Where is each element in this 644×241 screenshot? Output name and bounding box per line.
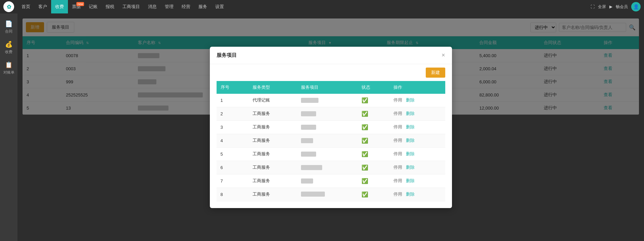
nav-item-home[interactable]: 首页 xyxy=(17,0,34,13)
modal-title: 服务项目 xyxy=(217,52,237,58)
delete-button[interactable]: 删除 xyxy=(406,124,415,129)
delete-button[interactable]: 删除 xyxy=(406,138,415,143)
stop-button[interactable]: 停用 xyxy=(393,111,402,116)
modal-cell-project: ██████ xyxy=(297,161,357,174)
modal-cell-actions: 停用 删除 xyxy=(389,120,445,134)
sidebar-label-duizhang: 对账单 xyxy=(3,70,14,75)
status-check-icon: ✅ xyxy=(362,151,368,157)
contract-icon: 📄 xyxy=(5,20,12,28)
modal-cell-seq: 2 xyxy=(217,107,249,120)
nav-item-shoufei[interactable]: 收费 xyxy=(51,0,68,13)
modal-cell-status: ✅ xyxy=(357,94,389,107)
nav-item-settings[interactable]: 设置 xyxy=(211,0,228,13)
modal-cell-project: ████ xyxy=(297,107,357,120)
service-items-table: 序号 服务类型 服务项目 状态 操作 1 代理记账 ████1 ✅ 停用 xyxy=(217,81,445,201)
delete-button[interactable]: 删除 xyxy=(406,192,415,197)
modal-table-row: 7 工商服务 ███ ✅ 停用 删除 xyxy=(217,174,445,188)
fullscreen-icon[interactable]: ⛶ xyxy=(591,4,595,9)
modal-table-row: 3 工商服务 ████ ✅ 停用 删除 xyxy=(217,120,445,134)
new-badge: new xyxy=(76,2,84,6)
modal-cell-project: ████注册 xyxy=(297,188,357,201)
modal-cell-type: 工商服务 xyxy=(249,147,297,161)
nav-right-area: ⛶ 全屏 ▶ 畅会员 👤 xyxy=(591,2,641,11)
modal-cell-project: ███ xyxy=(297,134,357,147)
modal-new-button[interactable]: 新建 xyxy=(426,68,445,78)
modal-cell-status: ✅ xyxy=(357,161,389,174)
status-check-icon: ✅ xyxy=(362,178,368,184)
modal-cell-seq: 1 xyxy=(217,94,249,107)
modal-cell-actions: 停用 删除 xyxy=(389,107,445,120)
modal-cell-actions: 停用 删除 xyxy=(389,161,445,174)
sidebar-item-contract[interactable]: 📄 合同 xyxy=(0,17,17,37)
modal-col-project: 服务项目 xyxy=(297,81,357,94)
stop-button[interactable]: 停用 xyxy=(393,138,402,143)
stop-button[interactable]: 停用 xyxy=(393,165,402,170)
modal-cell-seq: 6 xyxy=(217,161,249,174)
top-navigation: ✿ 首页 客户 收费 票据 new 记账 报税 工商项目 消息 管理 经营 服务… xyxy=(0,0,644,13)
modal-close-button[interactable]: × xyxy=(442,52,445,58)
modal-col-status: 状态 xyxy=(357,81,389,94)
nav-item-baoshui[interactable]: 报税 xyxy=(102,0,118,13)
duizhang-icon: 📋 xyxy=(5,61,12,69)
modal-cell-seq: 5 xyxy=(217,147,249,161)
modal-cell-project: ███ xyxy=(297,174,357,188)
nav-item-piaoju[interactable]: 票据 new xyxy=(68,0,85,13)
modal-cell-seq: 7 xyxy=(217,174,249,188)
modal-cell-seq: 8 xyxy=(217,188,249,201)
modal-cell-project: ████ xyxy=(297,120,357,134)
nav-item-message[interactable]: 消息 xyxy=(144,0,161,13)
modal-cell-type: 工商服务 xyxy=(249,134,297,147)
modal-cell-type: 工商服务 xyxy=(249,120,297,134)
delete-button[interactable]: 删除 xyxy=(406,97,415,103)
modal-overlay: 服务项目 × 新建 序号 服务类型 服务项目 状态 操作 1 xyxy=(17,13,644,241)
modal-cell-type: 工商服务 xyxy=(249,107,297,120)
modal-table-row: 4 工商服务 ███ ✅ 停用 删除 xyxy=(217,134,445,147)
modal-cell-type: 工商服务 xyxy=(249,161,297,174)
modal-col-seq: 序号 xyxy=(217,81,249,94)
nav-item-gongshang[interactable]: 工商项目 xyxy=(118,0,144,13)
member-label[interactable]: 畅会员 xyxy=(616,4,628,10)
modal-toolbar: 新建 xyxy=(210,64,452,81)
modal-cell-status: ✅ xyxy=(357,188,389,201)
modal-table-row: 6 工商服务 ██████ ✅ 停用 删除 xyxy=(217,161,445,174)
sidebar-item-shoufei[interactable]: 💰 收费 xyxy=(0,37,17,58)
modal-table-row: 5 工商服务 ████ ✅ 停用 删除 xyxy=(217,147,445,161)
modal-header: 服务项目 × xyxy=(210,47,452,64)
modal-cell-status: ✅ xyxy=(357,120,389,134)
status-check-icon: ✅ xyxy=(362,97,368,103)
stop-button[interactable]: 停用 xyxy=(393,192,402,197)
modal-cell-actions: 停用 删除 xyxy=(389,174,445,188)
modal-cell-actions: 停用 删除 xyxy=(389,94,445,107)
nav-item-jizhang[interactable]: 记账 xyxy=(85,0,102,13)
modal-col-action: 操作 xyxy=(389,81,445,94)
nav-item-manage[interactable]: 管理 xyxy=(161,0,178,13)
modal-table-row: 2 工商服务 ████ ✅ 停用 删除 xyxy=(217,107,445,120)
nav-item-jingying[interactable]: 经营 xyxy=(178,0,194,13)
avatar[interactable]: 👤 xyxy=(631,2,641,11)
delete-button[interactable]: 删除 xyxy=(406,165,415,170)
nav-item-service[interactable]: 服务 xyxy=(194,0,211,13)
modal-cell-status: ✅ xyxy=(357,147,389,161)
left-sidebar: 📄 合同 💰 收费 📋 对账单 xyxy=(0,13,17,241)
fullscreen-label: 全屏 xyxy=(598,4,606,10)
sidebar-item-duizhang[interactable]: 📋 对账单 xyxy=(0,58,17,78)
status-check-icon: ✅ xyxy=(362,138,368,144)
modal-cell-status: ✅ xyxy=(357,107,389,120)
modal-body: 序号 服务类型 服务项目 状态 操作 1 代理记账 ████1 ✅ 停用 xyxy=(210,81,452,208)
status-check-icon: ✅ xyxy=(362,165,368,170)
modal-cell-project: ████1 xyxy=(297,94,357,107)
stop-button[interactable]: 停用 xyxy=(393,97,402,103)
modal-cell-seq: 4 xyxy=(217,134,249,147)
delete-button[interactable]: 删除 xyxy=(406,111,415,116)
modal-cell-status: ✅ xyxy=(357,134,389,147)
video-icon: ▶ xyxy=(609,4,612,9)
nav-item-customer[interactable]: 客户 xyxy=(34,0,51,13)
stop-button[interactable]: 停用 xyxy=(393,151,402,156)
modal-header-row: 序号 服务类型 服务项目 状态 操作 xyxy=(217,81,445,94)
stop-button[interactable]: 停用 xyxy=(393,124,402,129)
modal-cell-type: 工商服务 xyxy=(249,174,297,188)
delete-button[interactable]: 删除 xyxy=(406,151,415,156)
modal-cell-actions: 停用 删除 xyxy=(389,134,445,147)
stop-button[interactable]: 停用 xyxy=(393,178,402,183)
delete-button[interactable]: 删除 xyxy=(406,178,415,183)
